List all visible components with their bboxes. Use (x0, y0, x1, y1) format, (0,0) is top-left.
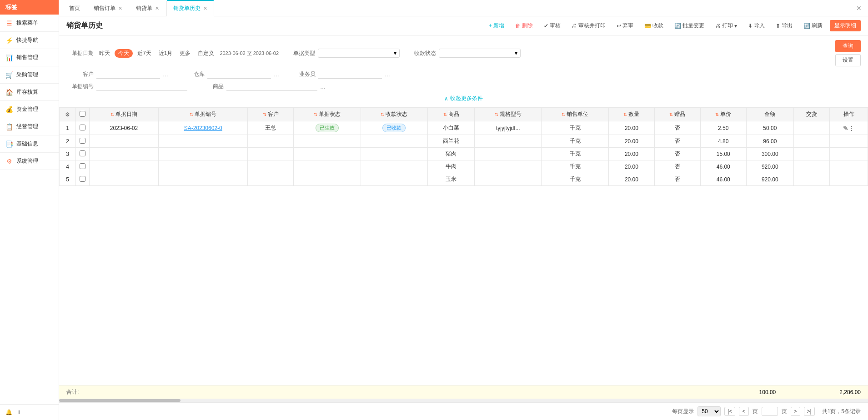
row-action[interactable]: ✎⋮ (830, 121, 868, 135)
warehouse-input[interactable] (207, 70, 271, 79)
scroll-thumb (59, 399, 181, 402)
date-btn-more[interactable]: 更多 (177, 49, 193, 58)
sidebar-item-purchase-mgmt[interactable]: 🛒 采购管理 (0, 66, 59, 84)
import-button[interactable]: ⬇ 导入 (744, 20, 768, 31)
more-icon[interactable]: ⋮ (848, 125, 855, 132)
tab-sales-order[interactable]: 销售订单 ✕ (87, 0, 129, 16)
col-doc-date[interactable]: ⇅单据日期 (90, 108, 159, 121)
row-quantity: 20.00 (608, 160, 654, 173)
sidebar-item-sys-mgmt[interactable]: ⚙ 系统管理 (0, 153, 59, 170)
sidebar-item-search-menu[interactable]: ☰ 搜索菜单 (0, 15, 59, 32)
settings-button[interactable]: 设置 (835, 54, 861, 66)
toolbar: + 新增 🗑 删除 ✔ 审核 🖨 审核并打印 ↩ 弃审 💳 收款 (485, 20, 861, 31)
tab-sales-history-close[interactable]: ✕ (203, 5, 207, 11)
horizontal-scrollbar[interactable] (59, 399, 868, 402)
prev-page-button[interactable]: < (739, 407, 748, 416)
col-customer[interactable]: ⇅客户 (248, 108, 294, 121)
col-goods[interactable]: ⇅商品 (428, 108, 475, 121)
col-unit[interactable]: ⇅销售单位 (542, 108, 608, 121)
col-payment-status[interactable]: ⇅收款状态 (361, 108, 427, 121)
row-action[interactable] (830, 173, 868, 186)
abandon-icon: ↩ (617, 23, 621, 29)
col-unit-price[interactable]: ⇅单价 (700, 108, 746, 121)
row-doc-status (294, 148, 361, 160)
abandon-button[interactable]: ↩ 弃审 (613, 20, 637, 31)
doc-type-select[interactable]: ▾ (318, 49, 400, 58)
delete-button[interactable]: 🗑 删除 (512, 20, 537, 31)
row-checkbox[interactable] (76, 173, 90, 186)
sidebar-item-quick-nav[interactable]: ⚡ 快捷导航 (0, 32, 59, 49)
row-doc-no[interactable] (159, 160, 248, 173)
customer-more-icon[interactable]: … (163, 71, 168, 78)
col-spec[interactable]: ⇅规格型号 (475, 108, 542, 121)
select-all-checkbox[interactable] (80, 111, 85, 117)
goods-more-icon[interactable]: … (320, 84, 326, 90)
staff-input[interactable] (318, 70, 382, 79)
row-action[interactable] (830, 148, 868, 160)
tab-sales-goods[interactable]: 销货单 ✕ (130, 0, 166, 16)
filter-customer: 客户 … (66, 70, 168, 79)
col-settings[interactable]: ⚙ (60, 108, 76, 121)
collapse-button[interactable]: ∧ 收起更多条件 (66, 95, 861, 102)
sidebar-item-ops-mgmt[interactable]: 📋 经营管理 (0, 118, 59, 135)
payment-status-select[interactable]: ▾ (439, 49, 521, 58)
date-btn-today[interactable]: 今天 (115, 49, 133, 58)
sort-icon: ⇅ (314, 112, 317, 117)
new-button[interactable]: + 新增 (485, 20, 508, 31)
col-quantity[interactable]: ⇅数量 (608, 108, 654, 121)
date-btn-1month[interactable]: 近1月 (156, 49, 176, 58)
last-page-button[interactable]: >| (804, 407, 815, 416)
sidebar-bottom-icon2[interactable]: ⏸ (16, 409, 21, 415)
tab-sales-history[interactable]: 销货单历史 ✕ (166, 0, 214, 16)
date-btn-custom[interactable]: 自定义 (195, 49, 217, 58)
first-page-button[interactable]: |< (724, 407, 735, 416)
staff-more-icon[interactable]: … (385, 71, 390, 78)
row-doc-no[interactable] (159, 148, 248, 160)
tab-sales-goods-close[interactable]: ✕ (155, 5, 159, 11)
customer-input[interactable] (96, 70, 160, 79)
doc-no-input[interactable] (96, 82, 187, 91)
row-doc-no[interactable]: SA-20230602-0 (159, 121, 248, 135)
col-doc-no[interactable]: ⇅单据编号 (159, 108, 248, 121)
show-detail-button[interactable]: 显示明细 (830, 20, 861, 31)
goods-input[interactable] (226, 82, 317, 91)
tab-bar: 首页 销售订单 ✕ 销货单 ✕ 销货单历史 ✕ ✕ (59, 0, 868, 16)
row-doc-no[interactable] (159, 173, 248, 186)
warehouse-more-icon[interactable]: … (274, 71, 279, 78)
print-button[interactable]: 🖨 打印 ▾ (712, 20, 741, 31)
tab-sales-order-close[interactable]: ✕ (118, 5, 122, 11)
edit-icon[interactable]: ✎ (843, 125, 848, 132)
tab-home[interactable]: 首页 (63, 0, 86, 16)
sidebar-bottom-icon1[interactable]: 🔔 (5, 409, 12, 415)
next-page-button[interactable]: > (791, 407, 800, 416)
row-action[interactable] (830, 160, 868, 173)
collect-button[interactable]: 💳 收款 (641, 20, 667, 31)
page-number-input[interactable]: 1 (762, 407, 778, 416)
batch-change-button[interactable]: 🔄 批量变更 (671, 20, 708, 31)
sidebar-item-inventory[interactable]: 🏠 库存核算 (0, 84, 59, 101)
col-doc-status[interactable]: ⇅单据状态 (294, 108, 361, 121)
close-all-tabs-button[interactable]: ✕ (853, 4, 864, 13)
approve-print-button[interactable]: 🖨 审核并打印 (568, 20, 609, 31)
date-btn-7days[interactable]: 近7天 (135, 49, 154, 58)
row-doc-no[interactable] (159, 135, 248, 148)
per-page-select[interactable]: 50 100 200 (697, 406, 721, 416)
refresh-button[interactable]: 🔃 刷新 (800, 20, 826, 31)
row-checkbox[interactable] (76, 160, 90, 173)
row-checkbox[interactable] (76, 135, 90, 148)
date-btn-yesterday[interactable]: 昨天 (96, 49, 113, 58)
sidebar-item-sales-mgmt[interactable]: 📊 销售管理 (0, 49, 59, 66)
sidebar-item-basic-info[interactable]: 📑 基础信息 (0, 135, 59, 153)
export-button[interactable]: ⬆ 导出 (772, 20, 796, 31)
col-gift[interactable]: ⇅赠品 (654, 108, 700, 121)
row-doc-status (294, 135, 361, 148)
approve-button[interactable]: ✔ 审核 (540, 20, 564, 31)
row-goods: 牛肉 (428, 160, 475, 173)
sidebar-item-finance-mgmt[interactable]: 💰 资金管理 (0, 101, 59, 118)
row-action[interactable] (830, 135, 868, 148)
query-button[interactable]: 查询 (835, 40, 861, 52)
col-transaction: 交货 (793, 108, 830, 121)
col-checkbox[interactable] (76, 108, 90, 121)
row-checkbox[interactable] (76, 121, 90, 135)
row-checkbox[interactable] (76, 148, 90, 160)
